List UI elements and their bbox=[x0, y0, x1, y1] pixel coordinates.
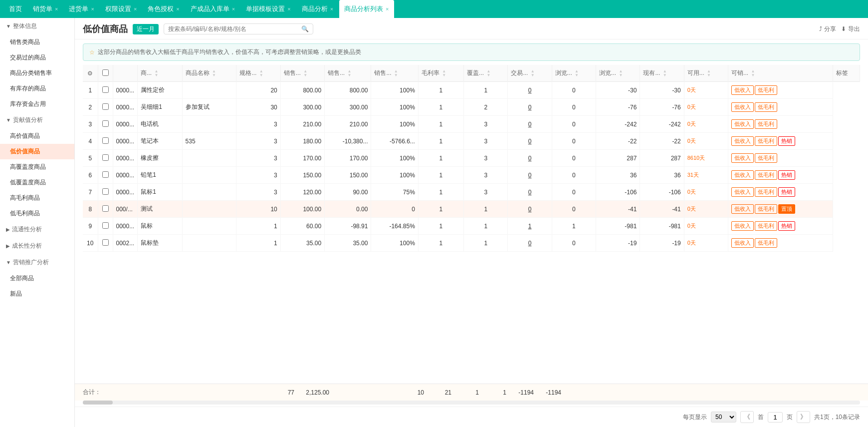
td-browse1[interactable]: 0 bbox=[508, 99, 552, 116]
row-checkbox[interactable] bbox=[102, 120, 109, 127]
th-sales-qty[interactable]: 销售... ▲▼ bbox=[280, 65, 324, 82]
td-checkbox[interactable] bbox=[98, 167, 113, 184]
th-checkbox[interactable] bbox=[98, 65, 113, 82]
sidebar-group-contribution[interactable]: ▼ 贡献值分析 bbox=[0, 112, 74, 128]
td-browse1[interactable]: 1 bbox=[508, 218, 552, 235]
scrollbar-thumb[interactable] bbox=[83, 401, 113, 405]
sidebar-item-sales-products[interactable]: 销售类商品 bbox=[0, 34, 74, 50]
th-trade[interactable]: 交易... ▲▼ bbox=[508, 65, 552, 82]
th-sales-price[interactable]: 销售... ▲▼ bbox=[325, 65, 371, 82]
sidebar-item-traded-products[interactable]: 交易过的商品 bbox=[0, 50, 74, 65]
filter-tag-recent-month[interactable]: 近一月 bbox=[133, 24, 159, 34]
th-spec[interactable]: 规格... ▲▼ bbox=[236, 65, 280, 82]
td-checkbox[interactable] bbox=[98, 150, 113, 167]
sidebar-item-high-value[interactable]: 高价值商品 bbox=[0, 128, 74, 144]
td-checkbox[interactable] bbox=[98, 218, 113, 235]
td-stock: -19 bbox=[596, 235, 640, 252]
sidebar-group-circulation[interactable]: ▶ 流通性分析 bbox=[0, 221, 74, 238]
td-browse1[interactable]: 0 bbox=[508, 82, 552, 99]
td-coverage: 1 bbox=[418, 167, 463, 184]
row-checkbox[interactable] bbox=[102, 205, 109, 212]
sidebar-item-category-sales[interactable]: 商品分类销售率 bbox=[0, 65, 74, 81]
td-checkbox[interactable] bbox=[98, 82, 113, 99]
search-input[interactable] bbox=[168, 25, 299, 32]
th-coverage[interactable]: 覆盖... ▲▼ bbox=[464, 65, 508, 82]
close-permissions[interactable]: × bbox=[134, 6, 137, 12]
close-purchase-order[interactable]: × bbox=[91, 6, 94, 12]
th-gross-margin[interactable]: 毛利率 ▲▼ bbox=[418, 65, 463, 82]
th-browse2[interactable]: 浏览... ▲▼ bbox=[596, 65, 640, 82]
row-checkbox[interactable] bbox=[102, 154, 109, 161]
th-available[interactable]: 可用... ▲▼ bbox=[684, 65, 728, 82]
td-row-num: 8 bbox=[83, 201, 98, 218]
sidebar-item-stock-capital[interactable]: 库存资金占用 bbox=[0, 96, 74, 112]
row-checkbox[interactable] bbox=[102, 239, 109, 246]
td-checkbox[interactable] bbox=[98, 99, 113, 116]
export-icon: ⬇ bbox=[841, 25, 846, 32]
nav-role-auth[interactable]: 角色授权 × bbox=[143, 0, 184, 18]
td-browse1[interactable]: 0 bbox=[508, 235, 552, 252]
row-checkbox[interactable] bbox=[102, 103, 109, 110]
td-checkbox[interactable] bbox=[98, 116, 113, 133]
sidebar-item-all-products[interactable]: 全部商品 bbox=[0, 271, 74, 286]
row-checkbox[interactable] bbox=[102, 188, 109, 195]
td-browse1[interactable]: 0 bbox=[508, 150, 552, 167]
th-stock[interactable]: 现有... ▲▼ bbox=[640, 65, 684, 82]
nav-home[interactable]: 首页 bbox=[4, 0, 27, 18]
td-checkbox[interactable] bbox=[98, 184, 113, 201]
td-browse1[interactable]: 0 bbox=[508, 201, 552, 218]
th-sellable[interactable]: 可销... ▲▼ bbox=[728, 65, 833, 82]
sidebar-item-low-value[interactable]: 低价值商品 bbox=[0, 144, 74, 159]
sidebar-group-overall[interactable]: ▼ 整体信息 bbox=[0, 18, 74, 34]
days-tag: 0天 bbox=[687, 87, 696, 93]
sidebar-item-high-coverage[interactable]: 高覆盖度商品 bbox=[0, 159, 74, 175]
sidebar-item-new-products[interactable]: 新品 bbox=[0, 286, 74, 302]
sidebar-group-growth[interactable]: ▶ 成长性分析 bbox=[0, 238, 74, 254]
th-sales-amount[interactable]: 销售... ▲▼ bbox=[371, 65, 418, 82]
scrollbar-area[interactable] bbox=[83, 401, 860, 405]
sidebar-item-low-coverage[interactable]: 低覆盖度商品 bbox=[0, 175, 74, 190]
nav-sales-order[interactable]: 销货单 × bbox=[28, 0, 63, 18]
td-checkbox[interactable] bbox=[98, 235, 113, 252]
close-product-analysis[interactable]: × bbox=[330, 6, 333, 12]
sidebar-item-high-profit[interactable]: 高毛利商品 bbox=[0, 190, 74, 206]
close-template-settings[interactable]: × bbox=[287, 6, 290, 12]
nav-product-analysis-list[interactable]: 商品分析列表 × bbox=[339, 0, 394, 18]
td-browse1[interactable]: 0 bbox=[508, 184, 552, 201]
td-stock: -22 bbox=[596, 133, 640, 150]
close-sales-order[interactable]: × bbox=[55, 6, 58, 12]
row-checkbox[interactable] bbox=[102, 86, 109, 93]
page-size-select[interactable]: 50 100 200 bbox=[711, 412, 736, 423]
nav-product-warehousing[interactable]: 产成品入库单 × bbox=[186, 0, 240, 18]
nav-purchase-order[interactable]: 进货单 × bbox=[64, 0, 99, 18]
export-button[interactable]: ⬇ 导出 bbox=[841, 25, 860, 33]
nav-permissions[interactable]: 权限设置 × bbox=[100, 0, 142, 18]
page-input[interactable] bbox=[768, 412, 783, 423]
sidebar-group-marketing[interactable]: ▼ 营销推广分析 bbox=[0, 254, 74, 271]
close-product-analysis-list[interactable]: × bbox=[386, 6, 389, 12]
td-sellable: 0天 bbox=[684, 99, 728, 116]
close-product-warehousing[interactable]: × bbox=[232, 6, 235, 12]
sidebar-item-low-profit[interactable]: 低毛利商品 bbox=[0, 206, 74, 221]
th-code[interactable]: 商... ▲▼ bbox=[138, 65, 182, 82]
th-browse1[interactable]: 浏览... ▲▼ bbox=[552, 65, 596, 82]
row-checkbox[interactable] bbox=[102, 171, 109, 178]
td-browse1[interactable]: 0 bbox=[508, 167, 552, 184]
nav-product-analysis[interactable]: 商品分析 × bbox=[297, 0, 338, 18]
td-browse1[interactable]: 0 bbox=[508, 116, 552, 133]
nav-template-settings[interactable]: 单据模板设置 × bbox=[241, 0, 295, 18]
first-page-btn[interactable]: 《 bbox=[740, 411, 754, 423]
th-settings[interactable]: ⚙ bbox=[83, 65, 98, 82]
row-checkbox[interactable] bbox=[102, 222, 109, 229]
row-checkbox[interactable] bbox=[102, 137, 109, 144]
share-button[interactable]: ⤴ 分享 bbox=[819, 25, 836, 33]
td-checkbox[interactable] bbox=[98, 133, 113, 150]
sidebar-item-stocked-products[interactable]: 有库存的商品 bbox=[0, 81, 74, 96]
search-icon[interactable]: 🔍 bbox=[301, 25, 309, 32]
select-all-checkbox[interactable] bbox=[102, 69, 109, 76]
td-browse1[interactable]: 0 bbox=[508, 133, 552, 150]
next-page-btn[interactable]: 》 bbox=[797, 411, 810, 423]
td-checkbox[interactable] bbox=[98, 201, 113, 218]
th-name[interactable]: 商品名称 ▲▼ bbox=[182, 65, 236, 82]
close-role-auth[interactable]: × bbox=[176, 6, 179, 12]
